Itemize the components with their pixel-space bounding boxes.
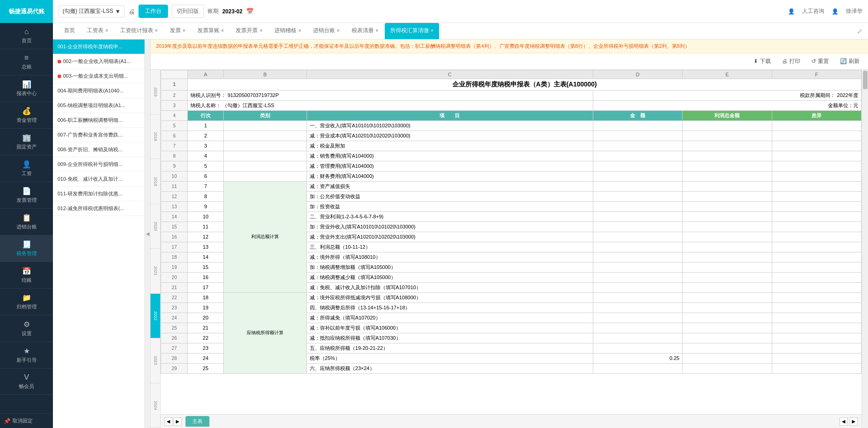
diff-cell[interactable] <box>772 363 861 373</box>
amount-cell[interactable] <box>593 313 682 323</box>
close-icon[interactable]: × <box>431 28 434 33</box>
diff-cell[interactable] <box>772 262 861 272</box>
amount-cell[interactable] <box>593 302 682 313</box>
amount-cell[interactable] <box>593 131 682 141</box>
left-panel-item-001[interactable]: 001-企业所得税年度纳税申... <box>53 40 145 54</box>
sidebar-item-archive[interactable]: 📁 归档管理 <box>0 289 53 315</box>
amount-cell[interactable] <box>593 323 682 333</box>
profit-cell[interactable] <box>683 353 772 363</box>
left-panel-item-009[interactable]: 009-企业所得税补亏损明细... <box>53 157 145 172</box>
vertical-scrollbar[interactable] <box>862 70 868 428</box>
diff-cell[interactable] <box>772 242 861 252</box>
amount-cell[interactable] <box>593 232 682 242</box>
scroll-left-btn[interactable]: ◀ <box>839 417 848 426</box>
amount-cell[interactable] <box>593 191 682 201</box>
amount-cell[interactable] <box>593 181 682 191</box>
left-panel-item-004[interactable]: 004-期间费用明细表(A1040... <box>53 84 145 98</box>
sidebar-item-member[interactable]: V 畅会员 <box>0 369 53 395</box>
year-2024[interactable]: 2024 <box>150 383 160 428</box>
year-2020[interactable]: 2020 <box>150 204 160 249</box>
sheet-nav-prev[interactable]: ◀ <box>164 417 173 426</box>
profit-cell[interactable] <box>683 262 772 272</box>
diff-cell[interactable] <box>772 222 861 232</box>
amount-cell[interactable] <box>593 211 682 222</box>
sidebar-item-assets[interactable]: 💰 资金管理 <box>0 102 53 129</box>
tab-tax-table[interactable]: 税表清册 × <box>346 23 384 39</box>
left-panel-item-005[interactable]: 005-纳税调整项目明细表(A1... <box>53 98 145 113</box>
profit-cell[interactable] <box>683 131 772 141</box>
tab-payroll[interactable]: 工资表 × <box>81 23 114 39</box>
left-panel-item-002[interactable]: 002-一般企业收入明细表(A1... <box>53 54 145 69</box>
sidebar-item-home[interactable]: ⌂ 首页 <box>0 23 53 49</box>
left-panel-item-010[interactable]: 010-免税、减计收入及加计... <box>53 172 145 187</box>
amount-cell[interactable] <box>593 171 682 181</box>
profit-cell[interactable] <box>683 222 772 232</box>
left-panel-item-012[interactable]: 012-减免所得税优惠明细表(... <box>53 201 145 216</box>
diff-cell[interactable] <box>772 343 861 353</box>
diff-cell[interactable] <box>772 181 861 191</box>
profit-cell[interactable] <box>683 272 772 282</box>
year-2019[interactable]: 2019 <box>150 70 160 114</box>
sidebar-item-invoice[interactable]: 📄 发票管理 <box>0 182 53 209</box>
year-2022[interactable]: 2022 <box>150 294 160 338</box>
diff-cell[interactable] <box>772 292 861 302</box>
tab-audit[interactable]: 进销稽核 × <box>269 23 307 39</box>
tab-ledger[interactable]: 进销台账 × <box>307 23 345 39</box>
tab-income-tax[interactable]: 所得税汇算清缴 × <box>385 23 439 39</box>
company-selector[interactable]: (勾撤) 江西服宝-LSS ▼ <box>58 5 125 17</box>
year-2021[interactable]: 2021 <box>150 249 160 293</box>
diff-cell[interactable] <box>772 232 861 242</box>
amount-cell[interactable] <box>593 201 682 211</box>
year-2016[interactable]: 2016 <box>150 114 160 159</box>
diff-cell[interactable] <box>772 201 861 211</box>
diff-cell[interactable] <box>772 120 861 131</box>
profit-cell[interactable] <box>683 282 772 292</box>
amount-cell[interactable] <box>593 161 682 171</box>
unpin-button[interactable]: 📌 取消固定 <box>0 413 53 428</box>
print-button[interactable]: 🖨 打印 <box>779 56 803 67</box>
year-2023[interactable]: 2023 <box>150 338 160 383</box>
amount-cell[interactable] <box>593 282 682 292</box>
profit-cell[interactable] <box>683 292 772 302</box>
left-panel-item-006[interactable]: 006-职工薪酬纳税调整明细... <box>53 113 145 128</box>
diff-cell[interactable] <box>772 171 861 181</box>
profit-cell[interactable] <box>683 333 772 343</box>
profit-cell[interactable] <box>683 161 772 171</box>
amount-cell[interactable] <box>593 151 682 161</box>
maximize-icon[interactable]: ⤢ <box>857 28 862 35</box>
profit-cell[interactable] <box>683 363 772 373</box>
diff-cell[interactable] <box>772 141 861 151</box>
close-icon[interactable]: × <box>221 28 224 33</box>
amount-cell[interactable] <box>593 272 682 282</box>
workbench-button[interactable]: 工作台 <box>139 5 168 18</box>
sidebar-item-reports[interactable]: 📊 报表中心 <box>0 75 53 102</box>
diff-cell[interactable] <box>772 302 861 313</box>
amount-cell[interactable]: 0.25 <box>593 353 682 363</box>
left-panel-item-007[interactable]: 007-广告费和业务宣传费跌... <box>53 128 145 143</box>
amount-cell[interactable] <box>593 363 682 373</box>
amount-cell[interactable] <box>593 292 682 302</box>
profit-cell[interactable] <box>683 211 772 222</box>
diff-cell[interactable] <box>772 151 861 161</box>
diff-cell[interactable] <box>772 323 861 333</box>
profit-cell[interactable] <box>683 252 772 262</box>
sidebar-item-tax[interactable]: 🧾 税务管理 <box>0 235 53 262</box>
left-panel-item-008[interactable]: 008-资产折旧、摊销及纳税... <box>53 143 145 157</box>
diff-cell[interactable] <box>772 313 861 323</box>
sheet-nav-next[interactable]: ▶ <box>174 417 182 426</box>
sidebar-item-guide[interactable]: ★ 新手引导 <box>0 342 53 369</box>
amount-cell[interactable] <box>593 242 682 252</box>
switch-button[interactable]: 切到旧版 <box>172 5 204 18</box>
close-icon[interactable]: × <box>298 28 301 33</box>
diff-cell[interactable] <box>772 211 861 222</box>
refresh-button[interactable]: 🔄 刷新 <box>837 56 862 67</box>
sheet-tab-main[interactable]: 主表 <box>185 416 209 427</box>
left-panel-item-003[interactable]: 003-一般企业成本支出明细... <box>53 69 145 84</box>
tab-invoice-calc[interactable]: 发票算账 × <box>192 23 230 39</box>
sidebar-item-closing[interactable]: 📅 结账 <box>0 262 53 289</box>
scroll-right-btn[interactable]: ▶ <box>850 417 858 426</box>
scroll-thumb[interactable] <box>863 71 868 89</box>
amount-cell[interactable] <box>593 222 682 232</box>
close-icon[interactable]: × <box>376 28 378 33</box>
close-icon[interactable]: × <box>260 28 262 33</box>
